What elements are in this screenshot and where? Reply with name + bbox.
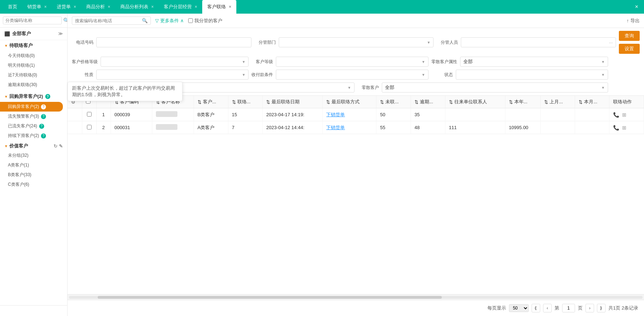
edit-icon[interactable]: ✎ xyxy=(59,143,63,149)
last-page-btn[interactable]: ⟫ xyxy=(597,304,606,312)
filter-dept-select[interactable]: ▼ xyxy=(279,37,434,47)
td-uncontacted-2: 55 xyxy=(376,121,411,134)
td-checkbox-2[interactable] xyxy=(82,121,96,134)
sidebar-item-repurchase-active[interactable]: 回购异常客户(2) ? xyxy=(0,102,63,112)
sidebar-search-input[interactable] xyxy=(3,16,62,24)
sidebar-item-today[interactable]: 今天待联络(0) xyxy=(0,51,67,61)
filter-status-select[interactable]: ▼ xyxy=(456,70,608,80)
row-1-checkbox[interactable] xyxy=(87,112,92,117)
nav-purchase[interactable]: 进货单 × xyxy=(52,0,81,14)
nav-product-analysis[interactable]: 商品分析 × xyxy=(81,0,115,14)
sidebar-item-overdue[interactable]: 逾期未联络(30) xyxy=(0,80,67,90)
churn-warning-info-icon[interactable]: ? xyxy=(41,114,46,119)
filter-nature-select[interactable]: ▼ xyxy=(96,70,249,80)
row-2-checkbox[interactable] xyxy=(87,125,92,129)
churned-info-icon[interactable]: ? xyxy=(39,124,44,129)
first-page-btn[interactable]: ⟪ xyxy=(532,304,540,312)
nav-product-analysis-close[interactable]: × xyxy=(108,4,110,9)
filter-customer-level-select[interactable]: ▼ xyxy=(276,57,428,67)
sidebar-item-a-class[interactable]: A类客户(1) xyxy=(0,160,67,170)
sidebar-item-7days[interactable]: 近7天待联络(0) xyxy=(0,70,67,80)
th-this-month-sort-icon[interactable]: ⇅ xyxy=(579,99,583,105)
th-uncontacted-sort-icon[interactable]: ⇅ xyxy=(380,99,384,105)
filter-price-level-select[interactable]: ▼ xyxy=(101,57,249,67)
nav-sales-order[interactable]: 销货单 × xyxy=(22,0,52,14)
pagination: 每页显示 50 100 200 ⟪ ‹ 第 页 › ⟫ 共1页 2条记录 xyxy=(68,300,644,316)
last-method-link-2[interactable]: 下销货单 xyxy=(326,125,345,130)
sidebar-item-ungroup[interactable]: 未分组(32) xyxy=(0,151,67,160)
filter-retail-attr-select[interactable]: 全部 ▼ xyxy=(460,57,608,67)
sidebar-collapse-icon[interactable]: ≫ xyxy=(58,31,63,36)
filter-price-level: 客户价格等级 ▼ xyxy=(72,57,249,67)
filter-retail-customer-select[interactable]: 全部 ▼ xyxy=(382,82,608,93)
filter-icon: ▽ xyxy=(155,18,159,23)
sidebar-search-icon[interactable]: 🔍 xyxy=(63,18,68,23)
export-button[interactable]: ↑ 导出 xyxy=(627,18,640,24)
per-page-select[interactable]: 50 100 200 xyxy=(509,304,529,312)
next-page-btn[interactable]: › xyxy=(585,304,594,312)
horizontal-scrollbar[interactable] xyxy=(68,294,644,300)
td-name-2 xyxy=(152,121,194,134)
sidebar-item-churned[interactable]: 已流失客户(24) ? xyxy=(0,121,67,131)
window-close-button[interactable]: × xyxy=(632,2,641,11)
sidebar-item-b-class[interactable]: B类客户(33) xyxy=(0,170,67,180)
th-overdue-sort-icon[interactable]: ⇅ xyxy=(414,99,418,105)
last-method-link-1[interactable]: 下销货单 xyxy=(326,112,345,117)
page-unit-label: 页 xyxy=(578,305,583,311)
search-icon[interactable]: 🔍 xyxy=(142,18,148,23)
filter-person-dots[interactable]: ··· xyxy=(609,40,613,45)
nav-purchase-close[interactable]: × xyxy=(74,4,76,9)
refresh-icon[interactable]: ↻ xyxy=(54,143,57,149)
repurchase-info-icon[interactable]: ? xyxy=(45,94,50,99)
th-last-method-sort-icon[interactable]: ⇅ xyxy=(326,99,330,105)
settings-button[interactable]: 设置 xyxy=(619,44,640,54)
td-last-method-2[interactable]: 下销货单 xyxy=(323,121,376,134)
sidebar-item-declining[interactable]: 持续下滑客户(2) ? xyxy=(0,131,67,141)
nav-product-analysis-list[interactable]: 商品分析列表 × xyxy=(115,0,159,14)
filter-payment-select[interactable]: ▼ xyxy=(276,70,428,80)
phone-icon-2[interactable]: 📞 xyxy=(613,125,619,131)
declining-info-icon[interactable]: ? xyxy=(41,133,46,138)
nav-customer-tier-close[interactable]: × xyxy=(195,4,197,9)
th-this-year-sort-icon[interactable]: ⇅ xyxy=(509,99,513,105)
my-customers-filter[interactable]: 我分管的客户 xyxy=(188,18,222,24)
th-contact-person-sort-icon[interactable]: ⇅ xyxy=(449,99,453,105)
sidebar-section-pending[interactable]: ▼ 待联络客户 xyxy=(0,40,67,51)
sidebar-section-value[interactable]: ▼ 价值客户 ↻ ✎ xyxy=(0,141,67,151)
my-customers-checkbox[interactable] xyxy=(188,18,193,23)
search-input[interactable] xyxy=(75,18,140,23)
grid-icon-1[interactable]: ⊞ xyxy=(622,112,626,118)
nav-home[interactable]: 首页 xyxy=(3,0,22,14)
filter-nature-label: 性质 xyxy=(72,72,93,78)
action-icons-1: 📞 ⊞ xyxy=(613,112,640,118)
th-level-sort-icon[interactable]: ⇅ xyxy=(198,99,201,105)
sidebar-item-churn-warning[interactable]: 流失预警客户(3) ? xyxy=(0,112,67,121)
filter-retail-attr-label: 零散客户属性 xyxy=(431,59,457,65)
table-area[interactable]: ⚙ ⇅ 客户编码 ⇅ 客户名称 ⇅ 客户... xyxy=(68,96,644,294)
nav-sales-close[interactable]: × xyxy=(44,4,47,9)
td-settings-1 xyxy=(68,108,82,121)
scroll-thumb[interactable] xyxy=(98,296,442,299)
scroll-track[interactable] xyxy=(69,296,643,299)
td-last-method-1[interactable]: 下销货单 xyxy=(323,108,376,121)
nav-customer-contact-close[interactable]: × xyxy=(229,4,231,9)
sidebar-section-repurchase[interactable]: ▼ 回购异常客户(2) ? xyxy=(0,91,67,102)
nav-customer-contact[interactable]: 客户联络 × xyxy=(202,0,236,14)
query-button[interactable]: 查询 xyxy=(619,31,640,41)
phone-icon-1[interactable]: 📞 xyxy=(613,112,619,118)
nav-product-analysis-list-close[interactable]: × xyxy=(151,4,154,9)
td-level-2: A类客户 xyxy=(194,121,228,134)
th-last-month-sort-icon[interactable]: ⇅ xyxy=(544,99,548,105)
sidebar-item-c-class[interactable]: C类客户(6) xyxy=(0,180,67,189)
sidebar-all-customers[interactable]: ⬛ 全部客户 ≫ xyxy=(0,28,67,40)
repurchase-active-info-icon[interactable]: ? xyxy=(41,104,46,109)
grid-icon-2[interactable]: ⊞ xyxy=(622,125,626,131)
more-conditions-btn[interactable]: ▽ 更多条件 ∧ xyxy=(155,18,184,24)
page-input[interactable] xyxy=(562,304,575,312)
th-contact-sort-icon[interactable]: ⇅ xyxy=(232,99,236,105)
sidebar-item-tomorrow[interactable]: 明天待联络(1) xyxy=(0,61,67,70)
th-last-date-sort-icon[interactable]: ⇅ xyxy=(266,99,270,105)
nav-customer-tier[interactable]: 客户分层经营 × xyxy=(159,0,202,14)
td-checkbox-1[interactable] xyxy=(82,108,96,121)
prev-page-btn[interactable]: ‹ xyxy=(543,304,552,312)
